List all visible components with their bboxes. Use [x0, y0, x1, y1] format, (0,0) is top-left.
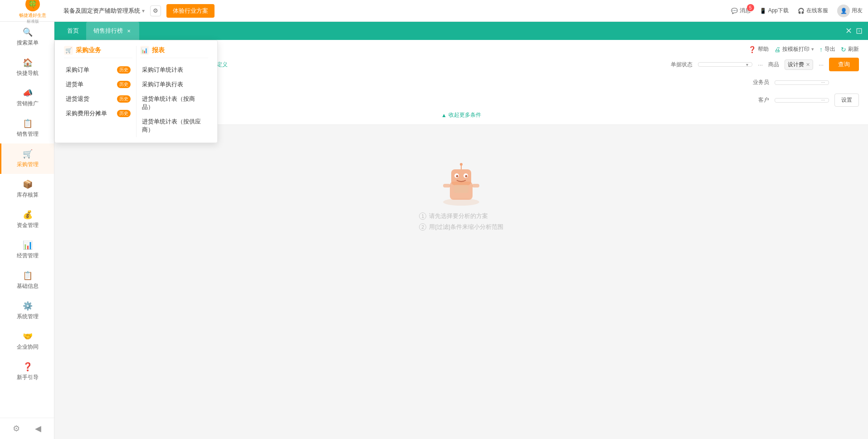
tab-maximize-btn[interactable]: ⊡: [856, 26, 863, 36]
svg-point-5: [456, 175, 458, 178]
user-menu[interactable]: 👤 用友: [837, 5, 863, 17]
sidebar-label-finance: 资金管理: [17, 222, 39, 229]
basic-info-icon: 📋: [23, 271, 33, 281]
empty-tip-1: 1 请先选择要分析的方案: [419, 212, 503, 220]
toolbar-right: ❓ 帮助 🖨 按模板打印 ▾ ↑ 导出 ↻: [748, 45, 859, 53]
goods-ellipsis[interactable]: ···: [819, 61, 824, 68]
marketing-icon: 📣: [23, 88, 33, 98]
sidebar-item-sales[interactable]: 📋 销售管理: [0, 113, 54, 143]
voucher-status-select[interactable]: ▾: [698, 62, 752, 67]
print-btn[interactable]: 🖨 按模板打印 ▾: [774, 45, 814, 53]
customer-label: 客户: [758, 96, 769, 104]
collapse-up-icon: ▲: [441, 112, 447, 118]
goods-label: 商品: [768, 61, 779, 69]
print-dropdown-icon[interactable]: ▾: [811, 46, 814, 52]
bottom-settings-icon[interactable]: ⚙: [13, 424, 20, 434]
dropdown-item-receipt-by-supplier[interactable]: 进货单统计表（按供应商）: [140, 114, 209, 137]
app-download-btn[interactable]: 📱 App下载: [760, 7, 789, 15]
customer-chevron: ···: [821, 98, 825, 103]
sidebar-item-quick-nav[interactable]: 🏠 快捷导航: [0, 52, 54, 83]
system-dropdown-icon[interactable]: ▾: [142, 8, 145, 14]
dropdown-col-report: 📊 报表 采购订单统计表 采购订单执行表 进货单统计表（按商品） 进货单统计表（…: [136, 46, 212, 137]
operations-icon: 📊: [23, 240, 33, 250]
query-btn[interactable]: 查询: [829, 58, 859, 71]
refresh-icon: ↻: [841, 46, 846, 53]
bottom-collapse-icon[interactable]: ◀: [35, 424, 41, 434]
staff-select[interactable]: ···: [775, 80, 829, 85]
report-section-icon: 📊: [140, 46, 149, 55]
svg-rect-2: [451, 169, 471, 185]
inventory-icon: 📦: [23, 179, 33, 189]
settings-btn[interactable]: 设置: [834, 94, 859, 107]
sidebar-item-enterprise[interactable]: 🤝 企业协同: [0, 326, 54, 356]
svg-point-6: [465, 175, 468, 178]
voucher-status-chevron: ▾: [746, 62, 748, 67]
svg-rect-9: [443, 184, 450, 187]
system-icon: ⚙️: [23, 301, 33, 311]
print-icon: 🖨: [774, 46, 780, 53]
sidebar-item-marketing[interactable]: 📣 营销推广: [0, 83, 54, 113]
user-avatar: 👤: [837, 5, 850, 17]
empty-tip-2: 2 用[过滤]条件来缩小分析范围: [419, 223, 503, 231]
sidebar-item-search[interactable]: 🔍 搜索菜单: [0, 22, 54, 52]
logo-icon: 🍀: [25, 0, 40, 11]
enterprise-icon: 🤝: [23, 331, 33, 341]
export-btn[interactable]: ↑ 导出: [819, 45, 835, 53]
tab-restore-btn[interactable]: ✕: [845, 26, 852, 36]
dropdown-item-purchase-return[interactable]: 进货退货 历史: [64, 92, 132, 106]
messages-badge: 5: [747, 4, 754, 11]
online-service-btn[interactable]: 🎧 在线客服: [798, 7, 828, 15]
export-icon: ↑: [819, 46, 823, 53]
dropdown-item-receipt-by-goods[interactable]: 进货单统计表（按商品）: [140, 92, 209, 114]
history-badge-3: 历史: [117, 95, 131, 103]
sidebar-label-guide: 新手引导: [17, 374, 39, 381]
messages-btn[interactable]: 💬 消息 5: [731, 7, 751, 15]
purchase-dropdown-menu: 🛒 采购业务 采购订单 历史 进货单 历史 进货退货 历史: [54, 40, 218, 143]
sidebar-item-system[interactable]: ⚙️ 系统管理: [0, 296, 54, 326]
sidebar: 🔍 搜索菜单 🏠 快捷导航 📣 营销推广 📋 销售管理 🛒 采购管理 📦 库存核…: [0, 22, 54, 439]
sales-icon: 📋: [23, 118, 33, 128]
guide-icon: ❓: [23, 362, 33, 372]
sidebar-item-inventory[interactable]: 📦 库存核算: [0, 174, 54, 204]
svg-point-8: [460, 163, 463, 166]
sidebar-item-basic-info[interactable]: 📋 基础信息: [0, 265, 54, 296]
voucher-status-ellipsis[interactable]: ···: [758, 61, 763, 68]
sidebar-item-purchase[interactable]: 🛒 采购管理: [0, 143, 54, 174]
sidebar-label-operations: 经营管理: [17, 252, 39, 260]
sidebar-item-finance[interactable]: 💰 资金管理: [0, 204, 54, 235]
empty-state: 1 请先选择要分析的方案 2 用[过滤]条件来缩小分析范围: [54, 125, 868, 270]
sidebar-label-purchase: 采购管理: [17, 161, 39, 168]
dropdown-item-purchase-receipt[interactable]: 进货单 历史: [64, 77, 132, 92]
dropdown-item-order-stats[interactable]: 采购订单统计表: [140, 63, 209, 77]
logo-text: 畅捷通好生意: [19, 12, 46, 19]
tab-bar: 首页 销售排行榜 ✕ ✕ ⊡: [54, 22, 868, 40]
headset-icon: 🎧: [798, 8, 805, 14]
sidebar-item-operations[interactable]: 📊 经营管理: [0, 235, 54, 265]
tab-home[interactable]: 首页: [60, 22, 86, 40]
purchase-section-header: 🛒 采购业务: [64, 46, 132, 58]
tab-sales-rank[interactable]: 销售排行榜 ✕: [86, 22, 139, 40]
help-icon: ❓: [748, 46, 756, 53]
history-badge-4: 历史: [117, 110, 131, 117]
tab-close-btn[interactable]: ✕: [126, 28, 132, 34]
history-badge-1: 历史: [117, 66, 131, 74]
goods-tag-close[interactable]: ✕: [806, 62, 810, 68]
purchase-icon: 🛒: [23, 149, 33, 159]
top-right-actions: 💬 消息 5 📱 App下载 🎧 在线客服 👤 用友: [731, 5, 863, 17]
industry-btn[interactable]: 体验行业方案: [166, 4, 215, 18]
help-btn[interactable]: ❓ 帮助: [748, 45, 769, 53]
svg-rect-11: [454, 185, 468, 193]
svg-rect-10: [472, 184, 479, 187]
sidebar-label-basic-info: 基础信息: [17, 282, 39, 290]
logo-area: 🍀 畅捷通好生意 标准版: [5, 0, 60, 25]
sidebar-bottom: ⚙ ◀: [0, 418, 54, 439]
system-settings-icon[interactable]: ⚙: [150, 5, 161, 16]
dropdown-item-purchase-expense[interactable]: 采购费用分摊单 历史: [64, 106, 132, 121]
customer-select[interactable]: ···: [775, 98, 829, 103]
refresh-btn[interactable]: ↻ 刷新: [841, 45, 859, 53]
report-section-header: 📊 报表: [140, 46, 209, 58]
dropdown-item-purchase-order[interactable]: 采购订单 历史: [64, 63, 132, 77]
history-badge-2: 历史: [117, 81, 131, 88]
dropdown-item-order-exec[interactable]: 采购订单执行表: [140, 77, 209, 92]
sidebar-item-guide[interactable]: ❓ 新手引导: [0, 356, 54, 387]
